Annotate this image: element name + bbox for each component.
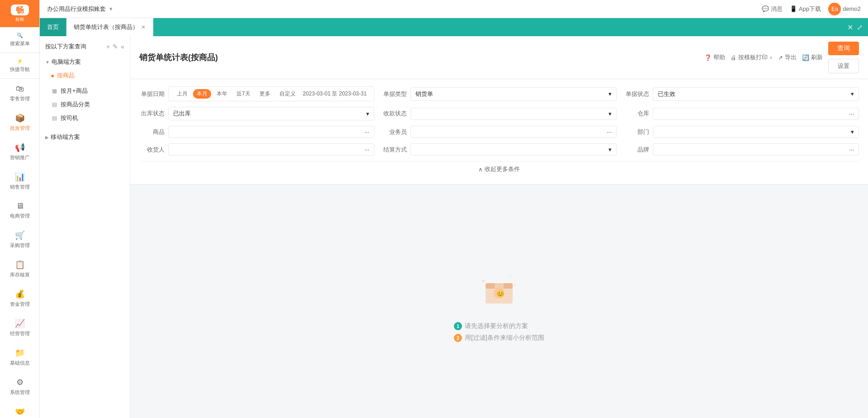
search-icon: 🔍: [17, 33, 23, 38]
empty-tip-2: 2 用[过滤]条件来缩小分析范围: [454, 334, 544, 342]
sidebar-item-system[interactable]: ⚙ 系统管理: [0, 372, 39, 401]
tab-bar: 首页 销货单统计表（按商品） ✕ ✕ ⤢: [40, 18, 868, 36]
goods-more-icon[interactable]: ···: [364, 128, 369, 135]
header-left: 办公用品行业模拟账套 ▾: [47, 5, 113, 13]
date-tab-this-year[interactable]: 本年: [213, 89, 231, 99]
query-button[interactable]: 查询: [828, 42, 859, 55]
scheme-add-btn[interactable]: +: [106, 43, 110, 50]
logo-text: 标账: [15, 16, 24, 23]
refresh-btn[interactable]: 🔄 刷新: [802, 53, 823, 62]
sidebar-item-label: 系统管理: [10, 389, 30, 396]
refresh-label: 刷新: [811, 53, 823, 62]
date-tabs-row: 上月 本月 本年 近7天 更多 自定义 2023-03-01 至 2023-03…: [173, 89, 369, 99]
payment-method-dropdown-icon: ▾: [609, 146, 612, 153]
scheme-edit-btn[interactable]: ✎: [113, 43, 118, 50]
message-btn[interactable]: 💬 消息: [762, 5, 783, 13]
date-tab-custom[interactable]: 自定义: [276, 89, 299, 99]
settings-button[interactable]: 设置: [828, 59, 859, 73]
tip-num-1: 1: [454, 322, 462, 330]
sidebar-item-search-menu[interactable]: 🔍 搜索菜单: [0, 27, 39, 53]
date-tab-last-month[interactable]: 上月: [173, 89, 191, 99]
sidebar-item-label: 销售管理: [10, 184, 30, 190]
user-profile[interactable]: Ea demo2: [828, 3, 861, 15]
out-status-dropdown-icon: ▾: [366, 110, 369, 117]
tab-close-btn[interactable]: ✕: [141, 24, 146, 30]
sidebar-item-basic[interactable]: 📁 基础信息: [0, 342, 39, 372]
system-icon: ⚙: [16, 377, 24, 387]
scheme-section-desktop-header[interactable]: ▼ 电脑端方案: [40, 55, 130, 69]
date-picker[interactable]: 上月 本月 本年 近7天 更多 自定义 2023-03-01 至 2023-03…: [168, 86, 374, 101]
tip-text-1: 请先选择要分析的方案: [465, 322, 528, 330]
date-tab-more[interactable]: 更多: [256, 89, 274, 99]
out-status-value: 已出库: [173, 109, 191, 118]
payment-method-selector[interactable]: ▾: [410, 143, 617, 156]
collapse-btn[interactable]: ∧ 收起更多条件: [139, 161, 859, 177]
date-tab-this-month[interactable]: 本月: [193, 89, 211, 99]
dropdown-icon[interactable]: ▾: [109, 5, 113, 12]
tab-report[interactable]: 销货单统计表（按商品） ✕: [66, 18, 153, 36]
tab-home[interactable]: 首页: [40, 18, 66, 36]
date-tab-7days[interactable]: 近7天: [233, 89, 254, 99]
export-btn[interactable]: ↗ 导出: [778, 53, 797, 62]
help-icon: ❓: [704, 54, 712, 61]
scheme-item-goods-category[interactable]: ▤ 按商品分类: [40, 98, 130, 111]
scheme-item-label: 按商品: [57, 71, 75, 80]
scheme-item-label: 按商品分类: [61, 100, 90, 109]
salesperson-more-icon[interactable]: ···: [607, 128, 612, 135]
brand-more-icon[interactable]: ···: [849, 146, 854, 153]
receiver-more-icon[interactable]: ···: [364, 146, 369, 153]
sidebar-item-ecommerce[interactable]: 🖥 电商管理: [0, 196, 39, 225]
sidebar-item-inventory[interactable]: 📋 库存核算: [0, 254, 39, 284]
receiver-selector[interactable]: ···: [168, 143, 374, 156]
scheme-header: 按以下方案查询 + ✎ «: [40, 40, 130, 53]
scheme-item-driver[interactable]: ▤ 按司机: [40, 111, 130, 125]
sidebar-item-quick-nav[interactable]: ⚡ 快捷导航: [0, 53, 39, 79]
page-actions: ❓ 帮助 🖨 按模板打印 ▾ ↗ 导出 🔄 刷新: [704, 42, 859, 73]
filter-row-3: 商品 ··· 业务员 ··· 部门: [139, 126, 859, 138]
print-btn[interactable]: 🖨 按模板打印 ▾: [731, 53, 773, 62]
warehouse-selector[interactable]: ···: [653, 108, 859, 120]
scheme-collapse-btn[interactable]: «: [121, 43, 124, 50]
grid-icon: ▦: [51, 87, 58, 95]
sidebar-item-label: 营销推广: [10, 154, 30, 161]
avatar: Ea: [828, 3, 841, 15]
dept-selector[interactable]: ▾: [653, 126, 859, 138]
sidebar-item-operation[interactable]: 📈 经营管理: [0, 313, 39, 342]
sidebar-item-marketing[interactable]: 📢 营销推广: [0, 137, 39, 166]
help-btn[interactable]: ❓ 帮助: [704, 53, 725, 62]
doc-type-selector[interactable]: 销货单 ▾: [410, 87, 617, 101]
filter-row-4: 收货人 ··· 结算方式 ▾ 品牌: [139, 143, 859, 156]
tab-expand-btn[interactable]: ⤢: [857, 23, 863, 32]
sidebar-item-finance[interactable]: 💰 资金管理: [0, 284, 39, 313]
sidebar-item-sales[interactable]: 📊 销售管理: [0, 166, 39, 196]
sidebar-item-wholesale[interactable]: 📦 批发管理: [0, 108, 39, 137]
tab-close-all-btn[interactable]: ✕: [847, 23, 853, 32]
driver-icon: ▤: [51, 114, 58, 122]
marketing-icon: 📢: [15, 142, 25, 152]
svg-point-7: [509, 276, 511, 277]
payment-status-selector[interactable]: ▾: [410, 108, 617, 120]
goods-selector[interactable]: ···: [168, 126, 374, 138]
scheme-section-mobile-header[interactable]: ▶ 移动端方案: [40, 130, 130, 144]
payment-status-dropdown-icon: ▾: [609, 110, 612, 117]
active-dot-icon: ●: [51, 72, 54, 79]
collapse-label: 收起更多条件: [485, 165, 520, 173]
app-download-btn[interactable]: 📱 App下载: [790, 5, 821, 13]
scheme-item-by-goods[interactable]: ● 按商品: [40, 69, 130, 82]
header-right: 💬 消息 📱 App下载 Ea demo2: [762, 3, 861, 15]
salesperson-selector[interactable]: ···: [410, 126, 617, 138]
top-header: 办公用品行业模拟账套 ▾ 💬 消息 📱 App下载 Ea demo2: [40, 0, 868, 18]
sidebar-item-label: 批发管理: [10, 125, 30, 132]
out-status-selector[interactable]: 已出库 ▾: [168, 107, 374, 120]
warehouse-more-icon[interactable]: ···: [849, 110, 854, 117]
scheme-section-label: 电脑端方案: [52, 58, 81, 66]
doc-status-selector[interactable]: 已生效 ▾: [653, 87, 859, 101]
filter-payment-status: 收款状态 ▾: [382, 108, 617, 120]
print-dropdown-icon[interactable]: ▾: [769, 54, 773, 61]
sidebar-item-collab[interactable]: 🤝 企业协同: [0, 401, 39, 418]
sidebar-item-purchase[interactable]: 🛒 采购管理: [0, 225, 39, 254]
scheme-item-month-goods[interactable]: ▦ 按月+商品: [40, 84, 130, 98]
refresh-icon: 🔄: [802, 54, 809, 61]
sidebar-item-retail[interactable]: 🛍 零售管理: [0, 79, 39, 108]
brand-selector[interactable]: ···: [653, 143, 859, 156]
